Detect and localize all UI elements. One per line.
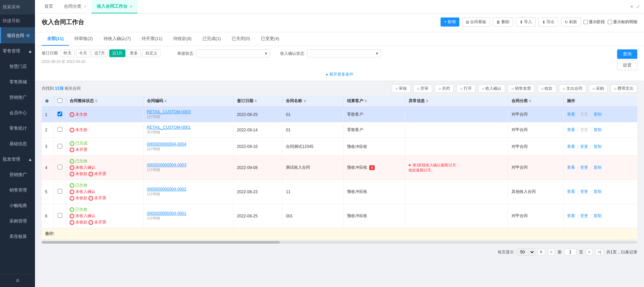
date-btn-last1month[interactable]: 近1月 <box>109 49 126 57</box>
row-checkbox[interactable] <box>58 165 62 169</box>
sub-tab-pending-income[interactable]: 待收入确认(7) <box>98 32 136 46</box>
op-view[interactable]: 查看 <box>567 213 575 218</box>
settings-icon[interactable]: ⚙ <box>45 99 49 104</box>
sub-tab-changed[interactable]: 已变更(4) <box>256 32 285 46</box>
action-abandon[interactable]: ○ 弃审 <box>413 84 432 93</box>
sub-tab-pending-invoice[interactable]: 待开票(11) <box>136 32 168 46</box>
sidebar-item-xiaochang[interactable]: 小畅电商 <box>0 198 35 213</box>
import-button[interactable]: ⬆ 导入 <box>516 17 536 27</box>
tab-income-workbench[interactable]: 收入合同工作台 × <box>91 0 138 13</box>
sort-icon[interactable]: ⇅ <box>364 99 367 103</box>
sidebar-item-member[interactable]: 会员中心 <box>0 105 35 121</box>
action-review[interactable]: ○ 审核 <box>392 84 411 93</box>
op-view[interactable]: 查看 <box>567 165 575 170</box>
date-btn-more[interactable]: 更多 <box>127 49 141 57</box>
op-change[interactable]: 变更 <box>580 165 588 170</box>
row-checkbox[interactable] <box>58 127 62 132</box>
doc-status-select[interactable]: ▾ <box>196 49 270 57</box>
page-prev-btn[interactable]: < <box>548 249 555 255</box>
page-next-btn[interactable]: > <box>586 249 593 255</box>
contract-code-link[interactable]: RETAIL_CUSTOM-0001 <box>147 125 191 130</box>
sub-tab-all[interactable]: 全部(11) <box>42 32 69 46</box>
row-checkbox[interactable] <box>58 112 62 116</box>
op-view[interactable]: 查看 <box>567 189 575 194</box>
tab-close-income-workbench[interactable]: × <box>130 4 132 8</box>
date-btn-yesterday[interactable]: 昨天 <box>61 49 75 57</box>
op-view[interactable]: 查看 <box>567 112 575 117</box>
sidebar-item-smart-store[interactable]: 智慧门店 <box>0 59 35 74</box>
sidebar-item-marketing2[interactable]: 营销推广 <box>0 167 35 182</box>
contract-code-link[interactable]: RETAIL_CUSTOM-0003 <box>147 110 191 114</box>
sort-icon[interactable]: ⇅ <box>426 99 428 103</box>
sub-tab-closed[interactable]: 已关闭(0) <box>226 32 256 46</box>
op-change[interactable]: 变更 <box>580 189 588 194</box>
delete-button[interactable]: 🗑 删除 <box>493 17 513 27</box>
action-collect[interactable]: ○ 收款 <box>537 84 556 93</box>
op-change[interactable]: 变更 <box>580 213 588 218</box>
sidebar-search[interactable]: 搜索菜单 <box>0 0 35 14</box>
page-input[interactable] <box>564 249 576 255</box>
sidebar-item-marketing[interactable]: 营销推广 <box>0 90 35 105</box>
contract-code-link[interactable]: 0000000000004-0001 <box>147 211 186 216</box>
select-all-checkbox[interactable] <box>58 98 62 103</box>
window-maximize-icon[interactable]: ⤢ <box>636 4 640 9</box>
new-button[interactable]: + 新增 <box>441 17 459 27</box>
action-purchase[interactable]: ○ 采购 <box>589 84 608 93</box>
horizontal-scrollbar[interactable] <box>42 241 637 244</box>
sidebar-item-wholesale[interactable]: 批发管理 ▲ <box>0 152 35 167</box>
contract-code-link[interactable]: 0000000000004-0002 <box>147 187 186 192</box>
expand-conditions-btn[interactable]: ▾ 展开更多条件 <box>326 72 353 77</box>
op-copy[interactable]: 复制 <box>594 213 602 218</box>
action-open[interactable]: ○ 打开 <box>456 84 475 93</box>
row-checkbox[interactable] <box>58 144 62 149</box>
kanban-button[interactable]: ⊞ 合同看板 <box>462 17 490 27</box>
tab-close-contract-category[interactable]: × <box>84 4 86 8</box>
sidebar-item-base-info[interactable]: 基础信息 <box>0 136 35 152</box>
op-change[interactable]: 变更 <box>580 144 588 149</box>
sort-icon[interactable]: ⇅ <box>164 99 167 103</box>
tab-contract-category[interactable]: 合同分类 × <box>59 0 91 13</box>
action-out-contract[interactable]: ○ 支出合同 <box>559 84 586 93</box>
op-copy[interactable]: 复制 <box>594 144 602 149</box>
page-last-btn[interactable]: >| <box>596 249 604 255</box>
sidebar-item-purchase[interactable]: 采购管理 <box>0 213 35 229</box>
show-fields-checkbox-label[interactable]: 显示阶段 <box>583 19 605 25</box>
contract-code-link[interactable]: 0000000000004-0004 <box>147 142 186 147</box>
sort-icon[interactable]: ⇅ <box>529 99 531 103</box>
contract-code-link[interactable]: 0000000000004-0003 <box>147 163 186 167</box>
action-expense-out[interactable]: ○ 费用支出 <box>610 84 637 93</box>
query-button[interactable]: 查询 <box>617 49 637 59</box>
sidebar-item-sales-mgmt[interactable]: 销售管理 <box>0 182 35 198</box>
sidebar-item-inventory[interactable]: 库存核算 <box>0 229 35 244</box>
sidebar-nav[interactable]: 快捷导航 <box>0 14 35 27</box>
sidebar-item-retail-mgmt[interactable]: 零售管理 ▲ <box>0 43 35 59</box>
page-size-select[interactable]: 50 10 20 100 <box>517 248 535 256</box>
date-btn-today[interactable]: 今天 <box>76 49 90 57</box>
row-checkbox[interactable] <box>58 189 62 194</box>
tab-home[interactable]: 首页 <box>39 0 59 13</box>
show-detail-checkbox-label[interactable]: 显示标的明细 <box>608 19 637 25</box>
op-view[interactable]: 查看 <box>567 127 575 132</box>
sub-tab-pending-collect[interactable]: 待收款(8) <box>168 32 197 46</box>
show-fields-checkbox[interactable] <box>583 20 588 24</box>
sidebar-item-retail-mall[interactable]: 零售商城 <box>0 74 35 90</box>
page-first-btn[interactable]: K <box>538 249 545 255</box>
sort-icon[interactable]: ⇅ <box>95 99 98 103</box>
window-close-icon[interactable]: × <box>630 4 633 10</box>
date-btn-last7[interactable]: 近7天 <box>91 49 108 57</box>
sub-tab-completed[interactable]: 已完成(1) <box>197 32 226 46</box>
income-confirm-select[interactable]: ▾ <box>307 49 381 57</box>
op-copy[interactable]: 复制 <box>594 112 602 117</box>
sidebar-item-project[interactable]: 项目合同 ◀ <box>0 27 35 43</box>
action-close[interactable]: ○ 关闭 <box>435 84 454 93</box>
sidebar-item-retail-stats[interactable]: 零售统计 <box>0 121 35 136</box>
show-detail-checkbox[interactable] <box>608 20 612 24</box>
setting-button[interactable]: 设置 <box>617 60 637 70</box>
sort-icon[interactable]: ⇅ <box>254 99 257 103</box>
refresh-button[interactable]: ↻ 刷新 <box>561 17 581 27</box>
export-button[interactable]: ⬇ 导出 <box>538 17 558 27</box>
op-copy[interactable]: 复制 <box>594 189 602 194</box>
action-income-confirm[interactable]: ○ 收入确认 <box>478 84 505 93</box>
sidebar-settings[interactable]: ⚙ <box>0 274 35 287</box>
op-view[interactable]: 查看 <box>567 144 575 149</box>
